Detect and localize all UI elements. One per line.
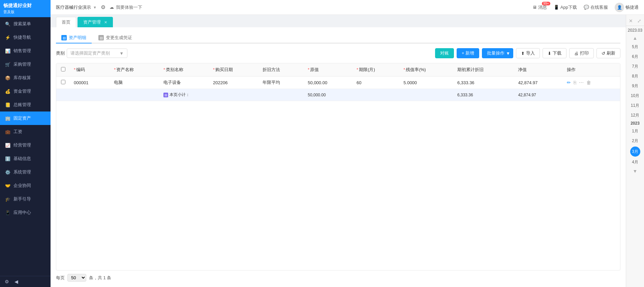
toolbar-right: 对账 + 新增 批量操作 ▼ ⬆ 导入 ⬇ 下载 [435, 48, 620, 58]
settings-gear-icon[interactable]: ⚙ [101, 4, 105, 10]
subtotal-empty-action [563, 89, 620, 101]
sidebar-item-quick-nav[interactable]: ⚡ 快捷导航 [0, 31, 51, 44]
category-placeholder: 请选择固定资产类别 [70, 50, 110, 56]
sidebar-item-label: 经营管理 [13, 142, 31, 148]
panel-scroll-up-icon[interactable]: ▲ [632, 34, 639, 42]
row-initial-depreciation: 6,333.36 [453, 76, 514, 89]
close-tab-icon[interactable]: ✕ [104, 20, 107, 24]
download-label: 下载 [553, 50, 561, 56]
row-checkbox[interactable] [61, 80, 65, 84]
panel-scroll-down-icon[interactable]: ▼ [632, 167, 639, 175]
online-service-btn[interactable]: 💬 在线客服 [584, 4, 608, 10]
funds-icon: 💰 [5, 88, 11, 94]
sidebar-item-fixed-assets[interactable]: 🏢 固定资产 [0, 111, 51, 125]
collapse-icon[interactable]: ◀ [14, 279, 18, 284]
tab-asset-mgmt[interactable]: 资产管理 ✕ [78, 17, 113, 27]
th-category: *类别名称 [159, 63, 209, 76]
tab-home[interactable]: 首页 [56, 17, 76, 27]
quick-nav-icon: ⚡ [5, 34, 11, 40]
sidebar-item-purchase[interactable]: 🛒 采购管理 [0, 58, 51, 71]
subtab-change-voucher[interactable]: ▤ 变更生成凭证 [93, 33, 137, 43]
subtotal-net-value: 42,874.97 [514, 89, 563, 101]
sidebar: 畅捷通好业财 普及版 🔍 搜索菜单 ⚡ 快捷导航 📊 销售管理 🛒 采购管理 📦… [0, 0, 51, 287]
month-3-active[interactable]: 3月 [630, 147, 640, 157]
sidebar-item-ledger[interactable]: 📒 总账管理 [0, 98, 51, 111]
topbar-right: 🖥 消息 99+ 📱 App下载 💬 在线客服 👤 畅捷通 [532, 3, 639, 12]
th-net-value: 净值 [514, 63, 563, 76]
asset-table: *编码 *资产名称 *类别名称 *购买日期 折旧方法 *原值 *期限(月) *残… [56, 63, 620, 270]
refresh-button[interactable]: ↺ 刷新 [596, 48, 620, 58]
batch-button[interactable]: 批量操作 ▼ [482, 48, 513, 58]
app-version: 普及版 [3, 9, 14, 14]
app-download-btn[interactable]: 📱 App下载 [554, 4, 577, 10]
month-4[interactable]: 4月 [626, 157, 644, 167]
sidebar-item-label: 销售管理 [13, 48, 31, 54]
row-purchase-date: 202206 [209, 76, 258, 89]
sidebar-item-wages[interactable]: 💼 工资 [0, 125, 51, 138]
app-logo: 畅捷通好业财 普及版 [0, 0, 51, 17]
sidebar-item-enterprise[interactable]: 🤝 企业协同 [0, 179, 51, 192]
category-select[interactable]: 请选择固定资产类别 ▼ [67, 49, 127, 58]
export-label: 导入 [526, 50, 535, 56]
download-button[interactable]: ⬇ 下载 [543, 48, 566, 58]
month-11[interactable]: 11月 [626, 101, 644, 110]
month-8[interactable]: 8月 [626, 71, 644, 81]
cloud-icon: ☁ [110, 5, 114, 10]
action-icons: ✏ ⎘ ⋯ 🗑 [567, 80, 616, 85]
month-5[interactable]: 5月 [626, 42, 644, 52]
more-icon[interactable]: ⋯ [579, 80, 584, 85]
month-9[interactable]: 9月 [626, 81, 644, 91]
month-1[interactable]: 1月 [626, 126, 644, 136]
sidebar-item-operations[interactable]: 📈 经营管理 [0, 138, 51, 152]
copy-icon[interactable]: ⎘ [574, 80, 576, 85]
user-menu[interactable]: 👤 畅捷通 [615, 3, 639, 12]
page-container: 首页 资产管理 ✕ ▤ 资产明细 ▤ 变更生成凭证 [51, 15, 626, 287]
per-page-select[interactable]: 50 20 100 [67, 274, 86, 282]
settings-icon[interactable]: ⚙ [5, 279, 9, 284]
sidebar-item-app-center[interactable]: 📱 应用中心 [0, 206, 51, 219]
sidebar-item-system[interactable]: ⚙️ 系统管理 [0, 165, 51, 179]
edit-icon[interactable]: ✏ [567, 80, 571, 85]
sidebar-item-label: 快捷导航 [13, 34, 31, 40]
new-button[interactable]: + 新增 [457, 48, 479, 58]
sidebar-item-funds[interactable]: 💰 资金管理 [0, 85, 51, 98]
sidebar-item-label: 资金管理 [13, 88, 31, 94]
sidebar-item-inventory[interactable]: 📦 库存核算 [0, 71, 51, 85]
subtotal-empty-rate [399, 89, 453, 101]
sidebar-item-label: 总账管理 [13, 102, 31, 108]
month-12[interactable]: 12月 [626, 110, 644, 120]
export-button[interactable]: ⬆ 导入 [516, 48, 540, 58]
messages-btn[interactable]: 🖥 消息 99+ [532, 4, 547, 10]
subtab-asset-detail[interactable]: ▤ 资产明细 [56, 33, 92, 43]
month-10[interactable]: 10月 [626, 91, 644, 101]
sidebar-bottom: ⚙ ◀ [0, 276, 51, 287]
row-code: 000001 [70, 76, 110, 89]
purchase-icon: 🛒 [5, 61, 11, 67]
guide-icon: 🎓 [5, 196, 11, 202]
row-actions: ✏ ⎘ ⋯ 🗑 [563, 76, 620, 89]
subtotal-initial-depreciation: 6,333.36 [453, 89, 514, 101]
th-initial-depreciation: 期初累计折旧 [453, 63, 514, 76]
print-button[interactable]: 🖨 打印 [569, 48, 594, 58]
delete-icon[interactable]: 🗑 [586, 80, 591, 85]
month-6[interactable]: 6月 [626, 52, 644, 62]
sidebar-item-basic-info[interactable]: ℹ️ 基础信息 [0, 152, 51, 165]
month-7[interactable]: 7月 [626, 62, 644, 71]
sidebar-item-guide[interactable]: 🎓 新手引导 [0, 192, 51, 206]
table-row: 000001 电脑 电子设备 202206 年限平均 50,000.00 60 … [56, 76, 620, 89]
sidebar-item-label: 新手引导 [13, 196, 31, 202]
select-all-checkbox[interactable] [61, 67, 65, 71]
row-name: 电脑 [110, 76, 159, 89]
sidebar-item-search[interactable]: 🔍 搜索菜单 [0, 17, 51, 31]
panel-close-icon[interactable]: ✕ [628, 18, 634, 24]
sidebar-item-sales[interactable]: 📊 销售管理 [0, 44, 51, 58]
month-2[interactable]: 2月 [626, 136, 644, 146]
company-selector[interactable]: 医疗器械行业演示 ▼ [56, 4, 97, 10]
th-depreciation-method: 折旧方法 [258, 63, 304, 76]
sub-tabs: ▤ 资产明细 ▤ 变更生成凭证 [56, 33, 620, 43]
reconcile-button[interactable]: 对账 [435, 48, 454, 58]
panel-expand-icon[interactable]: ⤢ [637, 18, 642, 24]
basic-info-icon: ℹ️ [5, 156, 11, 162]
experience-btn[interactable]: ☁ 我要体验一下 [110, 4, 142, 10]
toolbar: 类别 请选择固定资产类别 ▼ 对账 + 新增 批量操作 ▼ [56, 48, 620, 58]
